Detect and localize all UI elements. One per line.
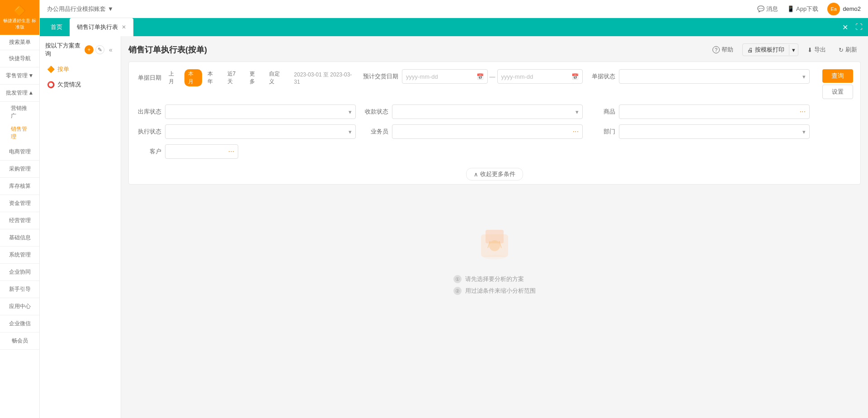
- sidebar-item-quick-nav[interactable]: 快捷导航: [0, 50, 39, 67]
- execute-status-filter: 执行状态 ▾: [136, 124, 356, 139]
- sidebar-item-system[interactable]: 系统管理: [0, 247, 39, 264]
- avatar: Ea: [827, 3, 840, 15]
- wechat-label: 企业微信: [9, 320, 31, 327]
- add-scheme-btn[interactable]: +: [85, 45, 94, 54]
- expected-date-to[interactable]: yyyy-mm-dd 📅: [497, 69, 583, 84]
- date-tab-this-year[interactable]: 本年: [204, 69, 222, 86]
- collapse-panel-btn[interactable]: «: [106, 45, 115, 54]
- tab-sales-order[interactable]: 销售订单执行表 ✕: [70, 18, 133, 36]
- empty-tip-2: ② 用过滤条件来缩小分析范围: [453, 287, 536, 295]
- tab-expand-icon[interactable]: ⛶: [854, 21, 864, 33]
- wholesale-arrow: ▲: [28, 90, 34, 96]
- sidebar-item-retail[interactable]: 零售管理 ▼: [0, 67, 39, 85]
- salesman-input[interactable]: ···: [392, 124, 583, 139]
- dept-filter: 部门 ▾: [590, 124, 810, 139]
- print-dropdown-btn[interactable]: ▾: [789, 45, 798, 55]
- execute-status-select[interactable]: ▾: [165, 124, 356, 139]
- sidebar-item-wholesale[interactable]: 批发管理 ▲: [0, 85, 39, 102]
- dept-label: 部门: [590, 128, 615, 136]
- tab-close-window-icon[interactable]: ✕: [840, 21, 850, 33]
- sidebar-item-inventory[interactable]: 库存核算: [0, 178, 39, 195]
- message-btn[interactable]: 💬 消息: [757, 5, 778, 13]
- date-separator: —: [490, 73, 495, 80]
- salesman-dots-icon[interactable]: ···: [573, 128, 579, 136]
- customer-label: 客户: [136, 147, 161, 156]
- date-tab-7days[interactable]: 近7天: [224, 69, 245, 86]
- date-tab-this-month[interactable]: 本月: [184, 69, 202, 86]
- filter-row-1: 单据日期 上月 本月 本年 近7天 更多 自定义 2023-03-01 至 20…: [136, 69, 853, 99]
- scheme-item-order[interactable]: 🔶 按单: [40, 62, 121, 77]
- edit-scheme-btn[interactable]: ✎: [95, 45, 104, 54]
- sidebar-item-member[interactable]: 畅会员: [0, 332, 39, 350]
- right-content: 销售订单执行表(按单) ? 帮助 🖨 按模板打印 ▾: [121, 36, 868, 418]
- print-btn[interactable]: 🖨 按模板打印: [743, 44, 789, 56]
- status-label: 单据状态: [590, 72, 615, 81]
- sidebar-item-wechat[interactable]: 企业微信: [0, 315, 39, 332]
- goods-input[interactable]: ···: [619, 104, 810, 119]
- collapse-row: ∧ 收起更多条件: [136, 164, 853, 184]
- refresh-btn[interactable]: ↻ 刷新: [835, 44, 861, 56]
- expected-date-to-placeholder: yyyy-mm-dd: [501, 73, 533, 80]
- topbar-title: 办公用品行业模拟账套 ▼: [47, 5, 113, 13]
- print-icon: 🖨: [747, 47, 753, 53]
- goods-dots-icon[interactable]: ···: [800, 108, 806, 116]
- collapse-icon: «: [109, 46, 113, 53]
- sidebar-item-marketing[interactable]: 营销推广: [4, 102, 39, 123]
- scheme-item-shortage[interactable]: ⭕ 欠货情况: [40, 77, 121, 92]
- sidebar-item-enterprise[interactable]: 企业协同: [0, 264, 39, 281]
- customer-input[interactable]: ···: [165, 144, 238, 159]
- logo-icon: 🔶: [3, 5, 37, 18]
- sidebar-item-ecommerce[interactable]: 电商管理: [0, 143, 39, 161]
- left-panel-title: 按以下方案查询: [45, 42, 85, 58]
- calendar-icon-2[interactable]: 📅: [571, 73, 579, 80]
- sidebar-item-operations[interactable]: 经营管理: [0, 212, 39, 229]
- print-label: 按模板打印: [755, 46, 784, 54]
- customer-filter: 客户 ···: [136, 144, 358, 159]
- inventory-label: 库存核算: [9, 183, 31, 189]
- message-icon: 💬: [757, 5, 764, 12]
- app-download-btn[interactable]: 📱 App下载: [787, 5, 818, 13]
- sidebar-item-finance[interactable]: 资金管理: [0, 195, 39, 212]
- dept-select[interactable]: ▾: [619, 124, 810, 139]
- expected-date-from[interactable]: yyyy-mm-dd 📅: [402, 69, 488, 84]
- tab-home[interactable]: 首页: [43, 18, 70, 36]
- filter-row-2: 出库状态 ▾ 收款状态 ▾ 商品: [136, 104, 853, 119]
- date-tab-last-month[interactable]: 上月: [165, 69, 183, 86]
- empty-state: ① 请先选择要分析的方案 ② 用过滤条件来缩小分析范围: [128, 185, 861, 331]
- date-tab-more[interactable]: 更多: [246, 69, 264, 86]
- execute-dropdown-icon: ▾: [349, 128, 352, 135]
- export-btn[interactable]: ⬇ 导出: [804, 44, 830, 56]
- sidebar-item-sales[interactable]: 销售管理: [4, 123, 39, 143]
- customer-dots-icon[interactable]: ···: [228, 147, 234, 156]
- receive-status-filter: 收款状态 ▾: [363, 104, 583, 119]
- status-filter: 单据状态 ▾: [590, 69, 810, 84]
- out-status-select[interactable]: ▾: [165, 104, 356, 119]
- status-select[interactable]: ▾: [619, 69, 810, 84]
- query-btn[interactable]: 查询: [822, 69, 853, 83]
- sidebar-item-app-center[interactable]: 应用中心: [0, 298, 39, 315]
- user-profile[interactable]: Ea demo2: [827, 3, 861, 15]
- sidebar-item-guide[interactable]: 新手引导: [0, 281, 39, 298]
- sidebar-item-purchase[interactable]: 采购管理: [0, 161, 39, 178]
- settings-btn[interactable]: 设置: [822, 85, 853, 99]
- content-area: 按以下方案查询 + ✎ « 🔶 按单 ⭕: [40, 36, 868, 418]
- tabbar: 首页 销售订单执行表 ✕ ✕ ⛶: [40, 18, 868, 36]
- receive-status-select[interactable]: ▾: [392, 104, 583, 119]
- calendar-icon-1[interactable]: 📅: [476, 73, 484, 80]
- app-logo: 🔶 畅捷通好生意 标准版: [0, 0, 39, 35]
- date-tab-custom[interactable]: 自定义: [265, 69, 288, 86]
- topbar-arrow-icon[interactable]: ▼: [108, 5, 113, 12]
- page-title: 销售订单执行表(按单): [128, 44, 207, 55]
- tab-home-label: 首页: [51, 23, 62, 31]
- sidebar-item-basic-info[interactable]: 基础信息: [0, 229, 39, 247]
- download-icon: 📱: [787, 5, 794, 12]
- search-label: 搜索菜单: [9, 39, 31, 45]
- wholesale-label: 批发管理: [6, 89, 28, 97]
- collapse-btn[interactable]: ∧ 收起更多条件: [466, 168, 523, 180]
- app-center-label: 应用中心: [9, 303, 31, 309]
- avatar-text: Ea: [831, 6, 837, 12]
- receive-dropdown-icon: ▾: [576, 109, 579, 115]
- tab-close-icon[interactable]: ✕: [122, 24, 126, 30]
- search-menu[interactable]: 搜索菜单: [0, 35, 39, 50]
- help-btn[interactable]: ? 帮助: [709, 44, 737, 56]
